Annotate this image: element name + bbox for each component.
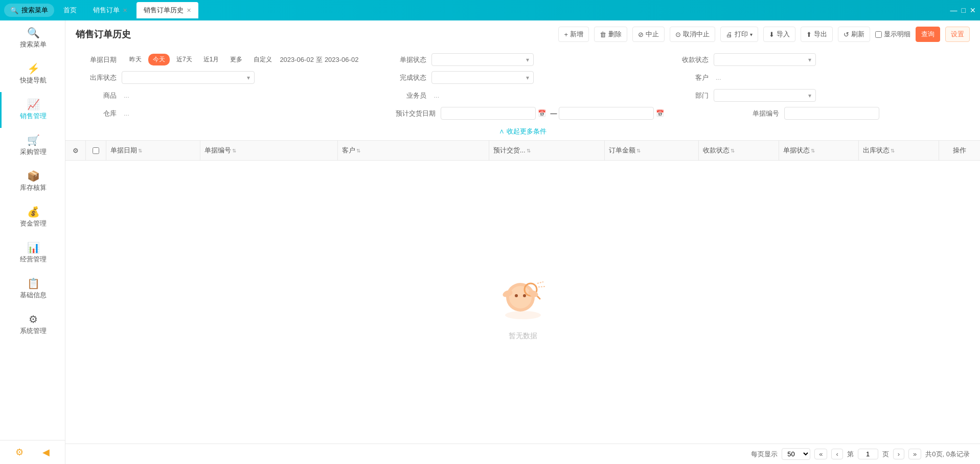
warehouse-input[interactable]: ... [124,109,129,117]
th-bill-sort[interactable]: ⇅ [811,148,815,153]
select-all-checkbox[interactable] [93,147,99,154]
calendar-icon-start[interactable]: 📅 [538,109,546,117]
sidebar-item-stock-calc[interactable]: 📦 库存核算 [0,164,65,200]
th-amount-sort[interactable]: ⇅ [636,148,641,153]
refresh-icon: ↺ [844,31,849,38]
export-icon: ⬆ [806,31,812,38]
sidebar-item-ops-mgmt[interactable]: 📊 经营管理 [0,235,65,271]
customer-label: 客户 [678,73,714,82]
date-btn-yesterday[interactable]: 昨天 [125,54,146,65]
tab-sales-order-close[interactable]: ✕ [123,7,127,14]
stock-status-select[interactable] [122,71,255,84]
sidebar-bottom: ⚙ ◀ [0,440,65,464]
order-no-input[interactable] [784,107,879,120]
sidebar-item-sys-mgmt[interactable]: ⚙ 系统管理 [0,307,65,343]
btn-print[interactable]: 🖨 打印 ▾ [720,27,758,42]
btn-settings[interactable]: 设置 [945,27,970,42]
complete-status-select[interactable] [431,71,534,84]
order-status-select[interactable] [431,53,534,66]
collapse-filters[interactable]: ∧ 收起更多条件 [86,125,960,140]
maximize-icon[interactable]: □ [962,6,966,14]
th-bill-status: 单据状态 ⇅ [779,141,859,160]
first-page-icon: « [819,450,823,458]
filter-goods-col: 商品 ... [86,91,396,100]
empty-illustration [492,264,554,325]
sidebar-item-purchase-mgmt[interactable]: 🛒 采购管理 [0,128,65,164]
filter-salesperson-col: 业务员 ... [396,91,677,100]
th-stock-status: 出库状态 ⇅ [859,141,939,160]
table-container: ⚙ 单据日期 ⇅ 单据编号 ⇅ 客户 ⇅ 预计交货... [65,141,980,444]
minimize-icon[interactable]: — [950,6,958,14]
search-menu-icon: 🔍 [27,28,40,38]
btn-delete[interactable]: 🗑 删除 [594,27,627,42]
btn-export-label: 导出 [814,30,827,39]
date-btn-more[interactable]: 更多 [225,54,247,65]
page-header: 销售订单历史 + 新增 🗑 删除 ⊘ 中止 ⊙ [65,20,980,141]
filter-area: 单据日期 昨天 今天 近7天 近1月 更多 自定义 2023-06-02 至 [76,48,970,140]
main-layout: 🔍 搜索菜单 ⚡ 快捷导航 📈 销售管理 🛒 采购管理 📦 库存核算 💰 资金管… [0,20,980,464]
settings-bottom-icon[interactable]: ⚙ [15,447,24,458]
filter-order-no-col: 单据编号 [748,107,960,120]
btn-refresh[interactable]: ↺ 刷新 [838,27,870,42]
btn-new[interactable]: + 新增 [558,27,589,42]
btn-print-label: 打印 [735,30,748,39]
next-page-btn[interactable]: › [893,449,904,459]
ops-mgmt-icon: 📊 [27,242,40,253]
dept-select[interactable] [714,89,816,102]
tab-home[interactable]: 首页 [56,2,84,18]
window-controls: — □ ✕ [950,6,976,14]
tab-sales-history-close[interactable]: ✕ [187,7,191,14]
th-stock-sort[interactable]: ⇅ [891,148,895,153]
th-delivery-sort[interactable]: ⇅ [527,148,531,153]
first-page-btn[interactable]: « [814,449,827,459]
th-check[interactable] [86,141,106,160]
th-pay-status-label: 收款状态 [703,146,730,155]
date-btn-last7[interactable]: 近7天 [172,54,197,65]
th-customer-sort[interactable]: ⇅ [356,148,360,153]
pagination-bar: 每页显示 50 10 20 100 « ‹ 第 页 › » 共0页, 0条记录 [65,444,980,464]
cb-detail-wrapper[interactable]: 显示明细 [875,30,910,39]
sidebar-item-finance-mgmt[interactable]: 💰 资金管理 [0,200,65,235]
salesperson-input[interactable]: ... [434,92,439,99]
th-order-no-label: 单据编号 [204,146,231,155]
delivery-date-start[interactable]: yyyy-mm-dd [441,107,536,120]
btn-query-label: 查询 [921,30,935,39]
close-window-icon[interactable]: ✕ [970,6,976,14]
svg-point-0 [505,311,541,319]
btn-import[interactable]: ⬇ 导入 [763,27,795,42]
search-menu-btn[interactable]: 🔍 搜索菜单 [4,4,54,17]
th-pay-sort[interactable]: ⇅ [731,148,735,153]
date-btn-last1m[interactable]: 近1月 [199,54,224,65]
tab-sales-order[interactable]: 销售订单 ✕ [86,2,134,18]
th-settings[interactable]: ⚙ [65,141,86,160]
per-page-select[interactable]: 50 10 20 100 [782,448,810,460]
btn-stop[interactable]: ⊘ 中止 [632,27,665,42]
calendar-icon-end[interactable]: 📅 [656,109,664,117]
collapse-label: ∧ 收起更多条件 [499,127,546,135]
sidebar-item-finance-mgmt-label: 资金管理 [20,219,47,228]
btn-settings-label: 设置 [951,30,964,39]
btn-cancel-stop[interactable]: ⊙ 取消中止 [670,27,715,42]
page-title: 销售订单历史 [76,28,131,40]
th-order-no-sort[interactable]: ⇅ [232,148,236,153]
th-date-sort[interactable]: ⇅ [138,148,142,153]
btn-export[interactable]: ⬆ 导出 [801,27,833,42]
delivery-date-end[interactable]: yyyy-mm-dd [559,107,654,120]
last-page-btn[interactable]: » [908,449,921,459]
cb-detail[interactable] [875,31,882,38]
tab-sales-history[interactable]: 销售订单历史 ✕ [136,2,198,18]
btn-query[interactable]: 查询 [916,27,940,42]
prev-page-btn[interactable]: ‹ [831,449,842,459]
customer-input[interactable]: ... [716,74,721,81]
sidebar-item-quick-nav[interactable]: ⚡ 快捷导航 [0,56,65,92]
sidebar-item-basic-info[interactable]: 📋 基础信息 [0,271,65,307]
date-btn-today[interactable]: 今天 [148,54,170,65]
goods-input[interactable]: ... [124,92,129,99]
sidebar-item-search-menu[interactable]: 🔍 搜索菜单 [0,20,65,56]
sidebar-item-sales-mgmt[interactable]: 📈 销售管理 [0,92,65,128]
pay-status-label: 收款状态 [678,55,714,64]
page-input[interactable] [858,449,878,459]
toggle-sidebar-icon[interactable]: ◀ [42,447,50,458]
date-btn-custom[interactable]: 自定义 [249,54,277,65]
pay-status-select[interactable] [714,53,816,66]
